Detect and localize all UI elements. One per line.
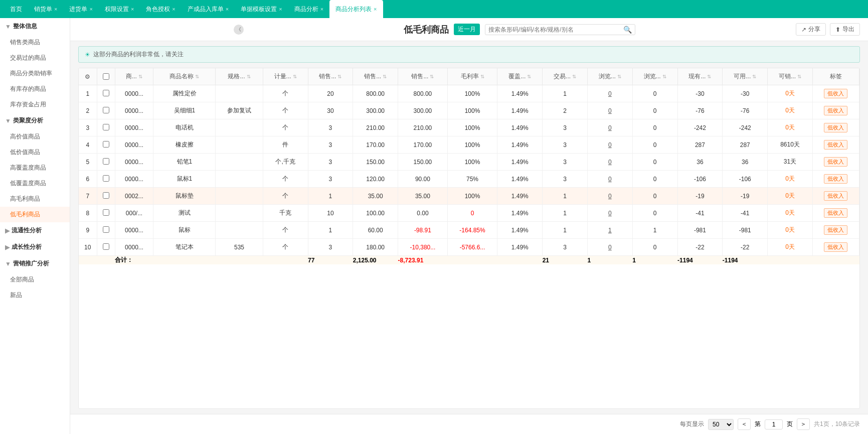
sidebar-item-low-value[interactable]: 低价值商品	[0, 144, 70, 160]
sidebar-item-high-coverage[interactable]: 高覆盖度商品	[0, 160, 70, 176]
col-view1-header[interactable]: 浏览...⇅	[587, 68, 632, 85]
sidebar-item-low-margin[interactable]: 低毛利商品	[0, 207, 70, 222]
row-name[interactable]: 电话机	[153, 119, 216, 136]
col-name-header[interactable]: 商品名称⇅	[153, 68, 216, 85]
close-icon[interactable]: ×	[172, 6, 175, 12]
col-margin-header[interactable]: 毛利率⇅	[447, 68, 497, 85]
row-view1[interactable]: 0	[587, 188, 632, 205]
col-trade-header[interactable]: 交易...⇅	[543, 68, 588, 85]
col-tag-header[interactable]: 标签	[812, 68, 859, 85]
row-view1[interactable]: 0	[587, 205, 632, 222]
row-view1[interactable]: 0	[587, 119, 632, 136]
row-checkbox[interactable]	[103, 226, 109, 233]
row-checkbox[interactable]	[103, 107, 109, 113]
sidebar-group-marketing[interactable]: ▼ 营销推广分析	[0, 255, 70, 272]
sidebar-toggle-button[interactable]: 《	[234, 25, 244, 35]
col-code-header[interactable]: 商...⇅	[115, 68, 153, 85]
settings-icon[interactable]: ⚙	[85, 73, 90, 80]
sidebar-item-high-margin[interactable]: 高毛利商品	[0, 191, 70, 207]
prev-page-button[interactable]: ＜	[738, 418, 751, 430]
row-view1[interactable]: 0	[587, 154, 632, 171]
row-name[interactable]: 鼠标1	[153, 171, 216, 188]
row-checkbox-cell[interactable]	[97, 205, 115, 222]
sidebar-item-in-stock[interactable]: 有库存的商品	[0, 81, 70, 97]
row-checkbox[interactable]	[103, 192, 109, 199]
row-checkbox[interactable]	[103, 243, 109, 250]
date-filter-button[interactable]: 近一月	[454, 24, 480, 35]
search-icon[interactable]: 🔍	[623, 26, 632, 34]
sidebar-group-overall[interactable]: ▼ 整体信息	[0, 18, 70, 35]
sidebar-item-stock-capital[interactable]: 库存资金占用	[0, 97, 70, 112]
col-checkbox-header[interactable]	[97, 68, 115, 85]
nav-role-auth[interactable]: 角色授权 ×	[140, 0, 181, 18]
nav-template-setting[interactable]: 单据模板设置 ×	[235, 0, 288, 18]
row-checkbox[interactable]	[103, 141, 109, 148]
nav-permission-setting[interactable]: 权限设置 ×	[99, 0, 140, 18]
col-amount-header[interactable]: 销售...⇅	[353, 68, 398, 85]
col-qty-header[interactable]: 销售...⇅	[308, 68, 353, 85]
col-settings[interactable]: ⚙	[79, 68, 97, 85]
sidebar-group-circulation[interactable]: ▶ 流通性分析	[0, 222, 70, 239]
sidebar-item-traded-goods[interactable]: 交易过的商品	[0, 50, 70, 66]
row-name[interactable]: 铅笔1	[153, 154, 216, 171]
row-name[interactable]: 测试	[153, 205, 216, 222]
col-available-header[interactable]: 可用...⇅	[723, 68, 768, 85]
row-checkbox[interactable]	[103, 90, 109, 96]
row-view1[interactable]: 0	[587, 239, 632, 256]
row-view1[interactable]: 0	[587, 171, 632, 188]
row-name[interactable]: 吴细细1	[153, 102, 216, 119]
close-icon[interactable]: ×	[279, 6, 282, 12]
close-icon[interactable]: ×	[89, 6, 92, 12]
row-checkbox[interactable]	[103, 158, 109, 165]
col-unit-header[interactable]: 计量...⇅	[263, 68, 308, 85]
per-page-select[interactable]: 50 100 200	[708, 419, 734, 430]
nav-purchase-order[interactable]: 进货单 ×	[63, 0, 98, 18]
row-checkbox-cell[interactable]	[97, 188, 115, 205]
sidebar-item-category-sales-rate[interactable]: 商品分类助销率	[0, 66, 70, 81]
col-saleable-header[interactable]: 可销...⇅	[768, 68, 813, 85]
page-number-input[interactable]	[765, 419, 783, 429]
close-icon[interactable]: ×	[226, 6, 229, 12]
row-checkbox-cell[interactable]	[97, 136, 115, 154]
sidebar-group-cluster[interactable]: ▼ 类聚度分析	[0, 112, 70, 129]
next-page-button[interactable]: ＞	[797, 418, 810, 430]
row-checkbox-cell[interactable]	[97, 85, 115, 102]
row-checkbox[interactable]	[103, 124, 109, 130]
sidebar-group-growth[interactable]: ▶ 成长性分析	[0, 239, 70, 255]
row-checkbox-cell[interactable]	[97, 222, 115, 239]
col-coverage-header[interactable]: 覆盖...⇅	[497, 68, 543, 85]
row-view1[interactable]: 0	[587, 102, 632, 119]
row-name[interactable]: 鼠标	[153, 222, 216, 239]
close-icon[interactable]: ×	[131, 6, 134, 12]
row-view1[interactable]: 1	[587, 222, 632, 239]
col-profit-header[interactable]: 销售...⇅	[398, 68, 448, 85]
sidebar-item-all-goods[interactable]: 全部商品	[0, 272, 70, 287]
row-view1[interactable]: 0	[587, 85, 632, 102]
select-all-checkbox[interactable]	[103, 73, 109, 80]
col-current-header[interactable]: 现有...⇅	[677, 68, 723, 85]
col-view2-header[interactable]: 浏览...⇅	[632, 68, 677, 85]
search-input[interactable]	[488, 26, 623, 33]
close-icon[interactable]: ×	[374, 6, 377, 12]
sidebar-item-high-value[interactable]: 高价值商品	[0, 129, 70, 144]
row-checkbox-cell[interactable]	[97, 171, 115, 188]
row-view1[interactable]: 0	[587, 136, 632, 154]
row-name[interactable]: 笔记本	[153, 239, 216, 256]
nav-goods-analysis-list[interactable]: 商品分析列表 ×	[329, 0, 383, 18]
row-checkbox-cell[interactable]	[97, 102, 115, 119]
nav-sales-order[interactable]: 销货单 ×	[28, 0, 63, 18]
row-name[interactable]: 鼠标垫	[153, 188, 216, 205]
row-checkbox-cell[interactable]	[97, 154, 115, 171]
sidebar-item-new-goods[interactable]: 新品	[0, 287, 70, 303]
row-checkbox-cell[interactable]	[97, 119, 115, 136]
sidebar-item-sales-goods[interactable]: 销售类商品	[0, 35, 70, 50]
share-button[interactable]: ↗ 分享	[796, 23, 826, 36]
row-checkbox[interactable]	[103, 175, 109, 182]
nav-home[interactable]: 首页	[4, 0, 28, 18]
sidebar-item-low-coverage[interactable]: 低覆盖度商品	[0, 176, 70, 191]
export-button[interactable]: ⬆ 导出	[830, 23, 860, 36]
col-spec-header[interactable]: 规格...⇅	[216, 68, 263, 85]
row-name[interactable]: 属性定价	[153, 85, 216, 102]
row-name[interactable]: 橡皮擦	[153, 136, 216, 154]
row-checkbox-cell[interactable]	[97, 239, 115, 256]
